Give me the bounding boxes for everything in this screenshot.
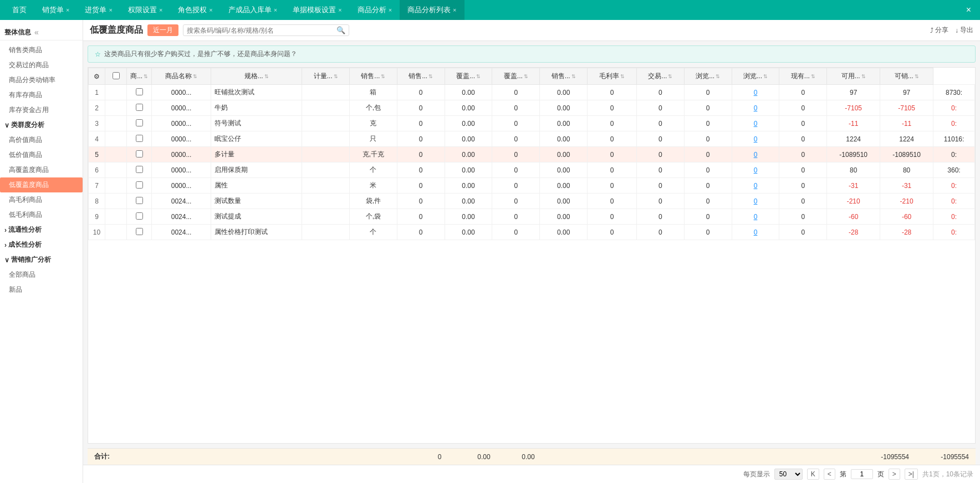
export-button[interactable]: ↓ 导出: [955, 26, 973, 35]
row-browse1[interactable]: 0: [732, 225, 779, 240]
row-browse2: 0: [779, 116, 827, 131]
row-browse1[interactable]: 0: [732, 85, 779, 100]
sidebar-item-capital[interactable]: 库存资金占用: [0, 103, 83, 118]
first-page-button[interactable]: K: [807, 469, 819, 480]
row-coverage1: 0: [492, 162, 540, 178]
sort-icon: ⇅: [144, 74, 148, 79]
col-spec[interactable]: 规格...⇅: [211, 68, 302, 85]
nav-tab-sales[interactable]: 销货单 ×: [34, 0, 77, 20]
close-icon[interactable]: ×: [274, 0, 277, 20]
row-checkbox[interactable]: [127, 100, 152, 116]
col-coverage2[interactable]: 覆盖...⇅: [492, 68, 540, 85]
col-sales-qty[interactable]: 销售...⇅: [349, 68, 397, 85]
nav-tab-role[interactable]: 角色授权 ×: [170, 0, 220, 20]
content-area: 低覆盖度商品 近一月 🔍 ⤴ 分享 ↓ 导出 ☆ 这类商品只有很少客户购买过，是…: [83, 20, 980, 483]
nav-tab-home[interactable]: 首页: [4, 0, 34, 20]
sidebar-item-all-goods[interactable]: 全部商品: [0, 267, 83, 282]
row-checkbox[interactable]: [127, 209, 152, 225]
row-current: -31: [827, 178, 880, 194]
sidebar-item-sales-goods[interactable]: 销售类商品: [0, 43, 83, 58]
col-unit[interactable]: 计量...⇅: [302, 68, 350, 85]
col-current[interactable]: 现有...⇅: [779, 68, 827, 85]
current-page-input[interactable]: [851, 469, 873, 479]
last-page-button[interactable]: >|: [905, 469, 918, 480]
nav-tab-warehouse[interactable]: 产成品入库单 ×: [221, 0, 285, 20]
row-checkbox[interactable]: [127, 178, 152, 194]
row-settings: [105, 147, 127, 162]
close-icon[interactable]: ×: [338, 0, 341, 20]
row-browse1[interactable]: 0: [732, 209, 779, 225]
col-checkbox[interactable]: [105, 68, 127, 85]
row-checkbox[interactable]: [127, 194, 152, 209]
close-icon[interactable]: ×: [389, 0, 392, 20]
sidebar-item-high-margin[interactable]: 高毛利商品: [0, 192, 83, 207]
share-button[interactable]: ⤴ 分享: [930, 26, 948, 35]
col-sales-amt[interactable]: 销售...⇅: [397, 68, 445, 85]
sidebar-group-marketing[interactable]: ∨ 营销推广分析: [0, 252, 83, 267]
next-page-button[interactable]: >: [889, 469, 900, 480]
row-browse1[interactable]: 0: [732, 162, 779, 178]
sidebar-item-low-margin[interactable]: 低毛利商品: [0, 207, 83, 222]
sidebar-item-low-value[interactable]: 低价值商品: [0, 148, 83, 162]
select-all-checkbox[interactable]: [113, 72, 120, 79]
time-filter-button[interactable]: 近一月: [147, 24, 178, 36]
sidebar-item-new-goods[interactable]: 新品: [0, 282, 83, 297]
row-available: -28: [880, 225, 933, 240]
col-code[interactable]: 商...⇅: [127, 68, 152, 85]
sidebar-group-cluster[interactable]: ∨ 类群度分析: [0, 118, 83, 133]
nav-tab-analysis-list[interactable]: 商品分析列表 ×: [400, 0, 464, 20]
row-checkbox[interactable]: [127, 162, 152, 178]
col-gross-rate[interactable]: 毛利率⇅: [588, 68, 637, 85]
row-number: 7: [89, 178, 105, 194]
row-browse1[interactable]: 0: [732, 116, 779, 131]
nav-tab-template[interactable]: 单据模板设置 ×: [285, 0, 349, 20]
sidebar-group-flow[interactable]: › 流通性分析: [0, 222, 83, 237]
close-icon[interactable]: ×: [453, 0, 456, 20]
row-sales-amt: 0.00: [445, 225, 492, 240]
row-sellable: 0:: [933, 178, 975, 194]
row-browse1[interactable]: 0: [732, 194, 779, 209]
sidebar-collapse-button[interactable]: «: [31, 27, 42, 38]
sidebar-item-low-coverage[interactable]: 低覆盖度商品: [0, 177, 83, 192]
col-browse1[interactable]: 浏览...⇅: [684, 68, 732, 85]
nav-tab-purchase[interactable]: 进货单 ×: [77, 0, 120, 20]
row-browse1[interactable]: 0: [732, 100, 779, 116]
sidebar-item-traded-goods[interactable]: 交易过的商品: [0, 58, 83, 73]
col-settings[interactable]: ⚙: [89, 68, 105, 85]
close-icon[interactable]: ×: [66, 0, 69, 20]
close-icon[interactable]: ×: [209, 0, 212, 20]
row-checkbox[interactable]: [127, 225, 152, 240]
row-checkbox[interactable]: [127, 131, 152, 147]
window-close-button[interactable]: ×: [962, 5, 976, 15]
sidebar-item-high-value[interactable]: 高价值商品: [0, 133, 83, 148]
col-coverage1[interactable]: 覆盖...⇅: [445, 68, 492, 85]
row-browse1[interactable]: 0: [732, 131, 779, 147]
sidebar-group-growth[interactable]: › 成长性分析: [0, 237, 83, 252]
row-browse1[interactable]: 0: [732, 147, 779, 162]
row-name: 启用保质期: [211, 162, 302, 178]
col-available[interactable]: 可用...⇅: [827, 68, 880, 85]
row-checkbox[interactable]: [127, 85, 152, 100]
col-sales2[interactable]: 销售...⇅: [540, 68, 588, 85]
col-transaction[interactable]: 交易...⇅: [636, 68, 684, 85]
row-sales-amt: 0.00: [445, 178, 492, 194]
close-icon[interactable]: ×: [109, 0, 112, 20]
col-sellable[interactable]: 可销...⇅: [880, 68, 933, 85]
prev-page-button[interactable]: <: [824, 469, 835, 480]
search-input[interactable]: [187, 27, 336, 34]
col-name[interactable]: 商品名称⇅: [152, 68, 211, 85]
page-size-select[interactable]: 50 100 200: [774, 469, 803, 480]
nav-tab-permission[interactable]: 权限设置 ×: [120, 0, 170, 20]
nav-tab-analysis[interactable]: 商品分析 ×: [350, 0, 400, 20]
sidebar-item-high-coverage[interactable]: 高覆盖度商品: [0, 162, 83, 177]
row-sales-qty: 0: [397, 225, 445, 240]
sidebar-item-category-rate[interactable]: 商品分类动销率: [0, 73, 83, 88]
row-checkbox[interactable]: [127, 147, 152, 162]
col-browse2[interactable]: 浏览...⇅: [732, 68, 779, 85]
row-spec: [302, 147, 350, 162]
row-checkbox[interactable]: [127, 116, 152, 131]
row-browse1[interactable]: 0: [732, 178, 779, 194]
sidebar-item-stocked-goods[interactable]: 有库存商品: [0, 88, 83, 103]
row-transaction: 0: [684, 194, 732, 209]
close-icon[interactable]: ×: [159, 0, 162, 20]
